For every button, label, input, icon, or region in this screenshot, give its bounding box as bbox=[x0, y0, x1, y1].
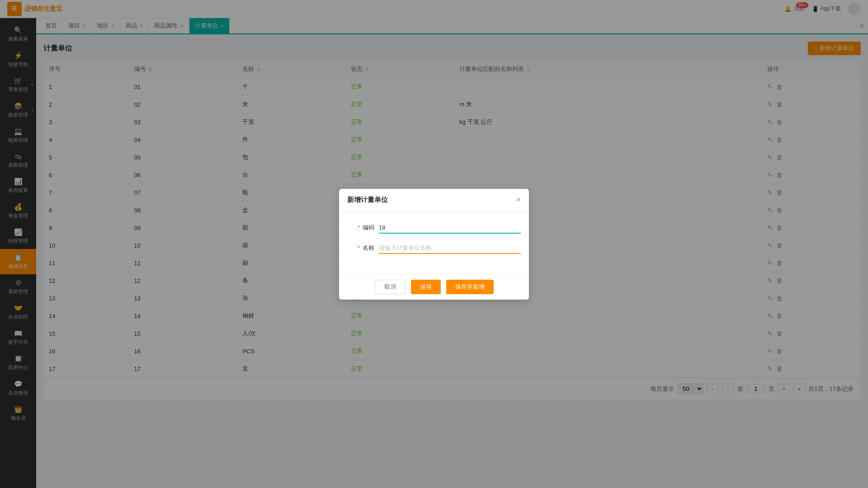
modal-overlay: 新增计量单位 × * 编码 * 名称 bbox=[0, 0, 868, 488]
required-mark: * bbox=[358, 224, 360, 231]
code-label-text: 编码 bbox=[363, 224, 374, 231]
modal-title: 新增计量单位 bbox=[347, 196, 388, 204]
name-label-text: 名称 bbox=[363, 244, 374, 251]
modal-close-button[interactable]: × bbox=[516, 195, 521, 205]
code-field-row: * 编码 bbox=[347, 222, 521, 234]
cancel-button[interactable]: 取消 bbox=[375, 280, 406, 294]
save-button[interactable]: 保存 bbox=[411, 280, 441, 294]
required-mark2: * bbox=[358, 244, 360, 251]
modal-body: * 编码 * 名称 bbox=[339, 211, 529, 274]
name-label: * 名称 bbox=[347, 244, 374, 252]
code-input[interactable] bbox=[379, 222, 521, 234]
name-field-row: * 名称 bbox=[347, 243, 521, 254]
app-wrapper: 旺 进销存生意宝 🔔 99+ 消息 📱 App下载 🔍 搜索菜单 bbox=[0, 0, 868, 488]
name-input[interactable] bbox=[379, 243, 521, 254]
modal-header: 新增计量单位 × bbox=[339, 189, 529, 211]
code-label: * 编码 bbox=[347, 224, 374, 232]
add-unit-modal: 新增计量单位 × * 编码 * 名称 bbox=[339, 189, 529, 300]
save-and-new-button[interactable]: 保存并新增 bbox=[446, 280, 494, 294]
modal-footer: 取消 保存 保存并新增 bbox=[339, 274, 529, 300]
